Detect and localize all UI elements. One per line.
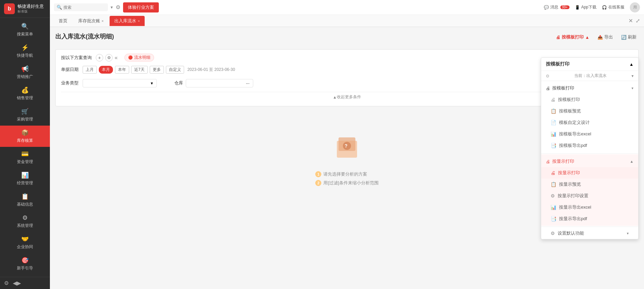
display-section-arrow: ▲ <box>630 159 634 163</box>
current-template-arrow[interactable]: ▾ <box>632 74 634 78</box>
tab-flow-close[interactable]: × <box>138 19 140 23</box>
search-input[interactable] <box>63 5 97 10</box>
sidebar-fold-icon[interactable]: ◀▶ <box>13 280 21 286</box>
display-print-header: 🖨 按显示打印 ▲ <box>541 156 638 167</box>
empty-step-1: 1 请先选择要分析的方案 <box>315 170 378 179</box>
main-content: 🔍 ▾ ⚙ 体验行业方案 💬 消息 99+ 📱 App下载 🎧 在线客服 用 <box>50 0 644 289</box>
template-export-pdf-item[interactable]: 📑 按模板导出pdf <box>541 140 638 151</box>
refresh-btn[interactable]: 🔄 刷新 <box>619 33 639 42</box>
date-7days-btn[interactable]: 近7天 <box>131 66 148 74</box>
date-range-text: 2023-06-01 至 2023-06-30 <box>187 67 235 73</box>
filter-settings-btn[interactable]: ⚙ <box>105 54 113 61</box>
logo-icon: b <box>4 3 15 14</box>
sidebar-icon-system: ⚙ <box>22 214 28 221</box>
display-excel-icon: 📊 <box>551 205 556 210</box>
sidebar-item-system[interactable]: ⚙ 系统管理 <box>0 211 50 232</box>
filter-collapse-btn[interactable]: « <box>115 55 118 61</box>
trial-btn[interactable]: 体验行业方案 <box>123 2 159 12</box>
refresh-icon: 🔄 <box>621 35 626 40</box>
sidebar-item-sales[interactable]: 💰 销售管理 <box>0 83 50 104</box>
template-section-title: 🖨 按模板打印 <box>546 85 574 91</box>
date-this-year-btn[interactable]: 本年 <box>115 66 129 74</box>
display-print-section: 🖨 按显示打印 ▲ 🖨 按显示打印 📋 按显示预览 ⚙ 按显示打印设置 <box>541 154 638 226</box>
tabs-expand-icon[interactable]: ⤢ <box>636 18 640 24</box>
warehouse-select[interactable]: ··· <box>186 79 253 87</box>
search-box[interactable]: 🔍 <box>54 3 108 11</box>
sidebar-icon-sales: 💰 <box>21 86 29 94</box>
warehouse-label: 仓库 <box>174 80 183 86</box>
sidebar-item-finance[interactable]: 💳 资金管理 <box>0 147 50 168</box>
sidebar-item-quick-nav[interactable]: ⚡ 快捷导航 <box>0 41 50 62</box>
display-export-pdf-item[interactable]: 📑 按显示导出pdf <box>541 213 638 225</box>
item-print-icon: 🖨 <box>551 97 555 102</box>
sidebar-item-basics[interactable]: 📋 基础信息 <box>0 189 50 211</box>
display-preview-item[interactable]: 📋 按显示预览 <box>541 179 638 190</box>
action-bar: 🖨 按模板打印 ▲ 📤 导出 🔄 刷新 <box>554 33 639 42</box>
message-btn[interactable]: 💬 消息 99+ <box>544 4 569 10</box>
tabs-close-icon[interactable]: ✕ <box>628 18 633 24</box>
export-btn[interactable]: 📤 导出 <box>595 33 615 42</box>
sidebar-label-cooperation: 企业协同 <box>17 244 33 250</box>
app-version: 标准版 <box>18 9 44 14</box>
online-service-btn[interactable]: 🎧 在线客服 <box>602 4 624 10</box>
biz-type-expand-icon: ▾ <box>151 81 153 86</box>
empty-step-2: 2 用[过滤]条件来缩小分析范围 <box>315 179 378 187</box>
app-download-btn[interactable]: 📱 App下载 <box>575 4 596 10</box>
tab-batch[interactable]: 库存批次账 × <box>74 16 108 26</box>
item-custom-icon: 📄 <box>551 120 556 125</box>
sidebar-item-cooperation[interactable]: 🤝 企业协同 <box>0 232 50 253</box>
sidebar-label-marketing: 营销推广 <box>17 74 33 80</box>
search-icon: 🔍 <box>57 5 62 10</box>
sidebar-label-operations: 经营管理 <box>17 180 33 186</box>
biz-type-select[interactable]: ▾ <box>83 79 157 87</box>
user-avatar[interactable]: 用 <box>630 2 640 12</box>
sidebar-label-inventory: 库存核算 <box>17 138 33 143</box>
display-section-title: 🖨 按显示打印 <box>546 158 574 164</box>
date-last-month-btn[interactable]: 上月 <box>83 66 97 74</box>
dropdown-title: 按模板打印 <box>546 61 569 67</box>
tab-home[interactable]: 首页 <box>54 16 72 26</box>
template-preview-item[interactable]: 📋 按模板预览 <box>541 105 638 117</box>
sidebar-item-purchase[interactable]: 🛒 采购管理 <box>0 104 50 126</box>
sidebar-item-operations[interactable]: 📊 经营管理 <box>0 168 50 189</box>
date-more-btn[interactable]: 更多 <box>150 66 164 74</box>
print-template-btn[interactable]: 🖨 按模板打印 ▲ <box>554 33 591 42</box>
sidebar-item-search[interactable]: 🔍 搜索菜单 <box>0 19 50 41</box>
sidebar-item-newbie[interactable]: 🎯 新手引导 <box>0 253 50 274</box>
topbar-settings-icon[interactable]: ⚙ <box>116 4 120 10</box>
date-this-month-btn[interactable]: 本月 <box>99 66 113 74</box>
app-name: 畅捷通好生意 <box>18 4 44 9</box>
sidebar-settings-icon[interactable]: ⚙ <box>4 280 9 286</box>
tab-flow[interactable]: 出入库流水 × <box>110 16 144 26</box>
sidebar-icon-basics: 📋 <box>21 193 29 200</box>
template-print-item[interactable]: 🖨 按模板打印 <box>541 94 638 105</box>
topbar-right: 💬 消息 99+ 📱 App下载 🎧 在线客服 用 <box>544 2 640 12</box>
filter-add-btn[interactable]: + <box>96 54 103 61</box>
set-default-arrow: ▾ <box>627 231 629 236</box>
sidebar-item-inventory[interactable]: 📦 库存核算 <box>0 126 50 147</box>
display-print-item[interactable]: 🖨 按显示打印 <box>541 167 638 179</box>
display-settings-item[interactable]: ⚙ 按显示打印设置 <box>541 190 638 202</box>
dropdown-panel: 按模板打印 ▲ ⊙ 当前：出入库流水 ▾ 🖨 按模板打印 ▾ <box>541 57 639 239</box>
template-print-header: 🖨 按模板打印 ▾ <box>541 82 638 94</box>
template-section-arrow: ▾ <box>632 86 634 90</box>
current-template-text: 当前：出入库流水 <box>574 73 607 79</box>
headset-icon: 🎧 <box>602 5 607 10</box>
template-export-excel-item[interactable]: 📊 按模板导出excel <box>541 128 638 140</box>
empty-steps: 1 请先选择要分析的方案 2 用[过滤]条件来缩小分析范围 <box>315 170 378 187</box>
set-default-item[interactable]: ⚙ 设置默认功能 ▾ <box>541 228 638 239</box>
current-template-label: ⊙ <box>546 74 549 78</box>
sidebar-icon-inventory: 📦 <box>21 129 29 136</box>
app-logo: b 畅捷通好生意 标准版 <box>0 0 50 18</box>
tab-batch-close[interactable]: × <box>101 19 104 23</box>
date-custom-btn[interactable]: 自定义 <box>166 66 184 74</box>
display-preview-icon: 📋 <box>551 182 556 187</box>
template-custom-item[interactable]: 📄 模板自定义设计 <box>541 117 638 128</box>
filter-tag[interactable]: 🔴 流水明细 <box>124 54 154 61</box>
sidebar-item-marketing[interactable]: 📢 营销推广 <box>0 62 50 83</box>
template-print-section: 🖨 按模板打印 ▾ 🖨 按模板打印 📋 按模板预览 📄 模板自定义设计 <box>541 81 638 153</box>
display-export-excel-item[interactable]: 📊 按显示导出excel <box>541 202 638 213</box>
sidebar-item-apps[interactable]: 🗂 应用中心 <box>0 274 50 277</box>
dropdown-collapse-icon[interactable]: ▲ <box>629 62 634 67</box>
topbar-dropdown-icon[interactable]: ▾ <box>111 5 113 10</box>
